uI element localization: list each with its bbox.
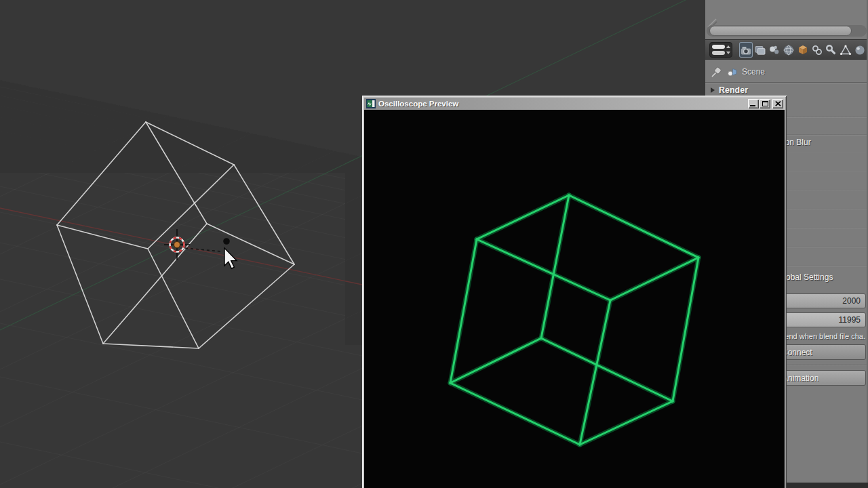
maximize-button[interactable] (760, 99, 770, 108)
window-titlebar[interactable]: Oscilloscope Preview (364, 98, 785, 110)
mouse-pointer (224, 248, 237, 268)
oscilloscope-trace (364, 110, 785, 488)
pin-icon[interactable] (709, 64, 723, 79)
object-origin-dot (223, 238, 230, 245)
number-field-2-value: 11995 (839, 315, 861, 325)
minimize-button[interactable] (748, 99, 759, 108)
window-title: Oscilloscope Preview (378, 100, 747, 108)
panel-scrollbar-thumb[interactable] (709, 26, 852, 36)
mesh-data-icon (839, 43, 852, 57)
close-icon (775, 101, 781, 106)
tab-material[interactable] (853, 42, 867, 58)
tab-render-layers[interactable] (753, 42, 767, 58)
tab-render[interactable] (739, 42, 753, 58)
breadcrumb: Scene (709, 64, 765, 80)
blend-file-note: Send when blend file cha. (780, 332, 865, 340)
editor-type-selector[interactable] (709, 42, 732, 58)
tab-object-data[interactable] (839, 42, 852, 58)
render-panel-title: Render (719, 85, 748, 95)
properties-tab-bar (705, 39, 868, 60)
number-field-1-value: 2000 (842, 296, 861, 306)
cursor-center-dot (174, 241, 180, 247)
oscilloscope-preview-window: Oscilloscope Preview (362, 96, 787, 488)
screen: { "colors": { "viewport_bg": "#373737", … (0, 0, 868, 488)
breadcrumb-label[interactable]: Scene (742, 67, 765, 77)
tab-scene[interactable] (768, 42, 781, 58)
oscilloscope-display (364, 110, 785, 488)
tab-world[interactable] (782, 42, 795, 58)
tab-object[interactable] (796, 42, 810, 58)
material-sphere-icon (853, 43, 867, 57)
render-layers-icon (753, 43, 767, 57)
3d-cursor (164, 229, 190, 260)
render-panel-header[interactable]: Render (711, 85, 748, 95)
object-cube-icon (796, 43, 810, 57)
tab-constraints[interactable] (810, 42, 824, 58)
scene-icon (768, 43, 781, 57)
wireframe-cube[interactable] (57, 122, 294, 348)
tab-modifiers[interactable] (825, 42, 838, 58)
camera-icon (739, 43, 753, 57)
chevron-down-icon (726, 52, 730, 54)
world-globe-icon (782, 43, 795, 57)
wrench-icon (825, 43, 838, 57)
close-button[interactable] (772, 99, 783, 108)
maximize-icon (762, 101, 768, 106)
chevron-up-icon (726, 45, 730, 48)
animation-button-label: Animation (783, 373, 818, 383)
expand-triangle-icon (711, 87, 715, 93)
minimize-icon (750, 105, 755, 106)
chain-link-icon (810, 43, 824, 57)
oscilloscope-icon (366, 99, 376, 108)
scene-datablock-icon (726, 66, 738, 78)
